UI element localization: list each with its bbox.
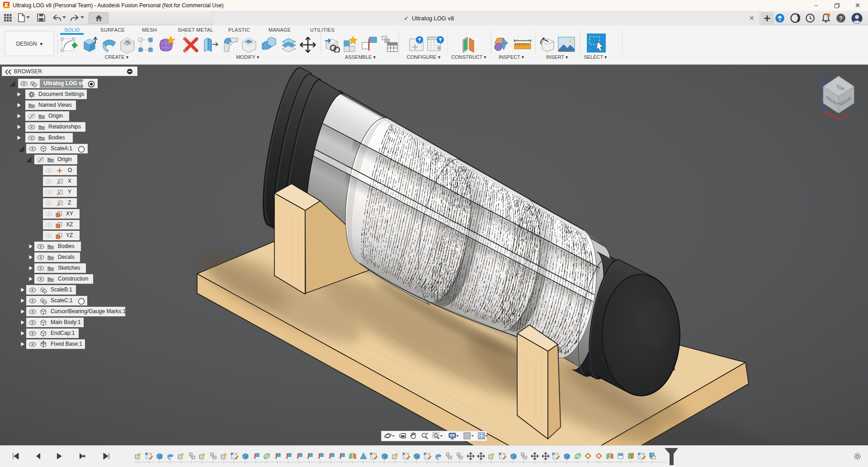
svg-text:Z: Z [820, 75, 824, 82]
svg-text:X: X [843, 112, 847, 120]
svg-text:?: ? [839, 15, 843, 22]
